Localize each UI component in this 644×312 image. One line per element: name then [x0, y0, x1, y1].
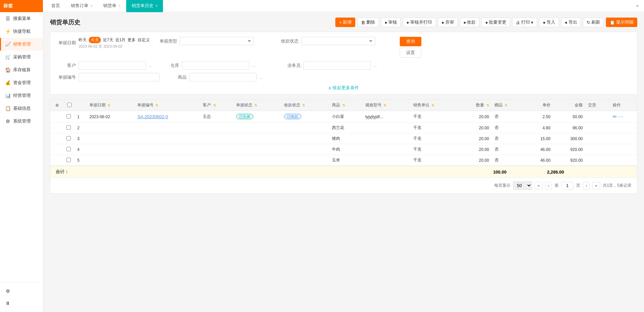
fund-mgmt-icon: 💰: [5, 80, 10, 85]
goods-input[interactable]: [189, 73, 257, 81]
price-header[interactable]: 单价: [525, 100, 553, 111]
gift-header[interactable]: 赠品 ⇅: [492, 100, 525, 111]
audit-print-button[interactable]: ● 审核并打印: [403, 18, 436, 27]
doc-no-header[interactable]: 单据编号 ⇅: [135, 100, 200, 111]
collect-button[interactable]: ● 收款: [460, 18, 480, 27]
close-all-tabs[interactable]: ×: [634, 4, 641, 8]
doc-date-cell: [87, 144, 135, 155]
tab-sales-order[interactable]: 销售订单 ×: [65, 0, 98, 12]
spec-header[interactable]: 规格型号 ⇅: [363, 100, 411, 111]
sidebar-item-biz-mgmt[interactable]: 📊 经营管理: [0, 89, 43, 102]
show-detail-button[interactable]: 📋 显示明细: [606, 18, 637, 27]
tab-sales-delivery-close[interactable]: ×: [118, 4, 120, 8]
unit-header[interactable]: 销售单位 ⇅: [411, 100, 458, 111]
delete-button[interactable]: 🗑 删除: [357, 18, 379, 27]
sidebar-item-label: 资金管理: [13, 80, 31, 86]
abandon-button[interactable]: ● 弃审: [438, 18, 458, 27]
row-checkbox[interactable]: [66, 147, 71, 151]
doc-no-input[interactable]: [79, 73, 160, 81]
sidebar-item-quick-nav[interactable]: ⚡ 快捷导航: [0, 25, 43, 38]
shortcut-today[interactable]: 今天: [89, 37, 101, 43]
sys-mgmt-icon: ⚙: [5, 119, 10, 124]
tab-sales-history[interactable]: 销货单历史 ×: [126, 0, 163, 12]
collect-status-select[interactable]: [301, 37, 375, 45]
table-row: 12023-06-02SA-20230602-0王总已生效已收款小白菜tyjyj…: [50, 111, 637, 123]
tab-bar: 首页 销售订单 × 销货单 × 销货单历史 × ×: [43, 0, 644, 12]
tab-sales-history-close[interactable]: ×: [156, 4, 158, 8]
checkbox-cell[interactable]: [64, 144, 75, 155]
sidebar-item-inventory[interactable]: 🏠 库存核算: [0, 63, 43, 76]
audit-button[interactable]: ● 审核: [381, 18, 401, 27]
sidebar-item-sys-mgmt[interactable]: ⚙ 系统管理: [0, 115, 43, 128]
batch-change-button[interactable]: ● 批量变更: [481, 18, 510, 27]
shortcut-more[interactable]: 更多: [128, 37, 136, 43]
unit-cell: 千克: [411, 133, 458, 144]
row-checkbox[interactable]: [66, 114, 71, 119]
last-page-button[interactable]: »: [592, 182, 600, 189]
sidebar-collapse[interactable]: ⏸: [0, 297, 43, 309]
shortcut-last7days[interactable]: 近7天: [103, 37, 113, 43]
tab-home[interactable]: 首页: [46, 0, 65, 12]
doc-no-link[interactable]: SA-20230602-0: [137, 114, 168, 119]
export-button[interactable]: ● 导出: [561, 18, 581, 27]
salesperson-input[interactable]: [303, 61, 371, 70]
sidebar-item-search-menu[interactable]: ☰ 搜索菜单: [0, 12, 43, 25]
collect-status-header[interactable]: 收款状态 ⇅: [281, 100, 329, 111]
customer-header[interactable]: 客户 ⇅: [200, 100, 233, 111]
doc-date-header[interactable]: 单据日期 ⇅: [87, 100, 135, 111]
page-number-input[interactable]: [561, 182, 573, 189]
shortcut-last1month[interactable]: 近1月: [115, 37, 126, 43]
sidebar-item-fund-mgmt[interactable]: 💰 资金管理: [0, 76, 43, 89]
shortcut-custom[interactable]: 自定义: [138, 37, 150, 43]
shortcut-yesterday[interactable]: 昨天: [79, 37, 87, 43]
qty-header[interactable]: 数量 ⇅: [458, 100, 492, 111]
checkbox-cell[interactable]: [64, 155, 75, 166]
gift-cell: 否: [492, 144, 525, 155]
spec-cell: [363, 155, 411, 166]
row-num-header: [75, 100, 87, 111]
sidebar-item-purchase-mgmt[interactable]: 🛒 采购管理: [0, 51, 43, 63]
customer-more[interactable]: ...: [149, 63, 152, 68]
refresh-button[interactable]: ↻ 刷新: [583, 18, 604, 27]
checkbox-cell[interactable]: [64, 123, 75, 133]
checkbox-cell[interactable]: [64, 133, 75, 144]
collect-icon: ●: [464, 20, 466, 25]
sidebar-item-basic-info[interactable]: 📋 基础信息: [0, 102, 43, 115]
search-button[interactable]: 查询: [400, 37, 421, 46]
print-button[interactable]: 🖨 打印 ▾: [512, 18, 537, 27]
warehouse-more[interactable]: ...: [252, 63, 255, 68]
next-page-button[interactable]: ›: [583, 182, 590, 189]
collapse-button[interactable]: ∧ 收起更多条件: [328, 85, 359, 91]
row-checkbox[interactable]: [66, 136, 71, 140]
sidebar-settings[interactable]: ⚙: [0, 285, 43, 297]
checkbox-cell[interactable]: [64, 111, 75, 123]
tab-sales-delivery[interactable]: 销货单 ×: [98, 0, 126, 12]
gear-column-header[interactable]: ⚙: [50, 100, 64, 111]
customer-input[interactable]: [79, 61, 146, 70]
doc-type-select[interactable]: [180, 37, 254, 45]
checkbox-column-header[interactable]: [64, 100, 75, 111]
spec-cell: [363, 133, 411, 144]
salesperson-more[interactable]: ...: [373, 63, 377, 68]
goods-cell: 猪肉: [329, 133, 363, 144]
warehouse-input[interactable]: [182, 61, 249, 70]
action-cell[interactable]: ✏ ⋯: [610, 111, 637, 123]
new-button[interactable]: + 新增: [335, 18, 355, 27]
goods-header[interactable]: 商品 ⇅: [329, 100, 363, 111]
select-all-checkbox[interactable]: [67, 103, 72, 107]
row-checkbox[interactable]: [66, 158, 71, 162]
settings-icon: ⚙: [5, 288, 10, 294]
import-button[interactable]: ● 导入: [539, 18, 559, 27]
unit-cell: 千克: [411, 123, 458, 133]
prev-page-button[interactable]: ‹: [545, 182, 552, 189]
row-checkbox[interactable]: [66, 125, 71, 130]
sidebar-item-sales-mgmt[interactable]: 📈 销售管理: [0, 38, 43, 51]
per-page-select[interactable]: 50 100 200: [513, 181, 532, 190]
tab-sales-order-close[interactable]: ×: [90, 4, 92, 8]
first-page-button[interactable]: «: [535, 182, 542, 189]
doc-status-header[interactable]: 单据状态 ⇅: [233, 100, 281, 111]
edit-action[interactable]: ✏: [613, 114, 617, 120]
goods-more[interactable]: ...: [259, 75, 263, 80]
more-action[interactable]: ⋯: [618, 114, 623, 120]
set-button[interactable]: 设置: [400, 48, 421, 58]
